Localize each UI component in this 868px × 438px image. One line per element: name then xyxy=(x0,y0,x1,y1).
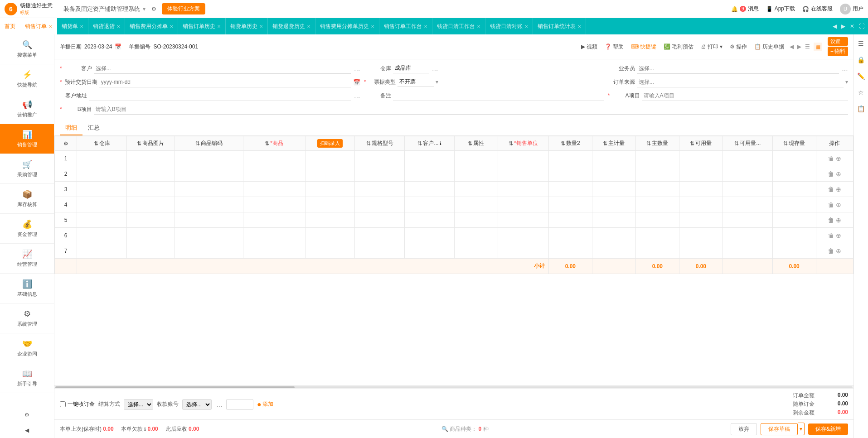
copy-icon[interactable]: ⊕ xyxy=(836,201,841,208)
th-gear[interactable]: ⚙ xyxy=(55,136,77,151)
row-sales-unit-2[interactable] xyxy=(498,166,548,182)
tab-return-history[interactable]: 销货退货历史 ✕ xyxy=(268,18,315,34)
right-panel-lock-icon[interactable]: 🔒 xyxy=(856,54,867,65)
list-view-icon[interactable]: ☰ xyxy=(805,43,810,50)
row-product-1[interactable] xyxy=(243,151,305,166)
scan-btn[interactable]: 扫码录入 xyxy=(317,139,343,148)
delete-icon[interactable]: 🗑 xyxy=(828,170,834,178)
delete-icon[interactable]: 🗑 xyxy=(828,186,834,193)
row-sales-unit-1[interactable] xyxy=(498,151,548,166)
tab-close-icon[interactable]: ✕ xyxy=(116,24,120,29)
grid-view-icon[interactable]: ▦ xyxy=(814,43,822,51)
tab-sales-slip[interactable]: 销货单 ✕ xyxy=(57,18,88,34)
discard-btn[interactable]: 放弃 xyxy=(731,423,757,435)
row-qty2-2[interactable] xyxy=(548,166,592,182)
account-select[interactable]: 选择... xyxy=(182,399,212,410)
address-dots[interactable]: … xyxy=(354,92,360,99)
sidebar-collapse-btn[interactable]: ◀ xyxy=(0,423,54,438)
th-scan[interactable]: 扫码录入 xyxy=(305,136,355,151)
profit-btn[interactable]: 💹 毛利预估 xyxy=(662,42,695,52)
sidebar-item-search[interactable]: 🔍 搜索菜单 xyxy=(0,34,54,64)
row-code-1[interactable] xyxy=(175,151,243,166)
online-service[interactable]: 🎧 在线客服 xyxy=(802,5,833,13)
tab-close-icon[interactable]: ✕ xyxy=(477,24,480,29)
tab-sales-stats[interactable]: 销售订单统计表 ✕ xyxy=(533,18,586,34)
sidebar-item-marketing[interactable]: 📢 营销推广 xyxy=(0,94,54,124)
tab-close-icon[interactable]: ✕ xyxy=(80,24,83,29)
sidebar-item-basic[interactable]: ℹ️ 基础信息 xyxy=(0,274,54,303)
amount-input[interactable]: 0.00 xyxy=(226,399,253,410)
tab-close-icon[interactable]: ✕ xyxy=(577,24,581,29)
sidebar-item-system[interactable]: ⚙ 系统管理 xyxy=(0,303,54,333)
tab-close-icon[interactable]: ✕ xyxy=(524,24,528,29)
tab-close-icon[interactable]: ✕ xyxy=(48,24,52,29)
tab-daily-reconcile[interactable]: 钱货日清对账 ✕ xyxy=(485,18,533,34)
tab-workbench[interactable]: 销售订单工作台 ✕ xyxy=(379,18,432,34)
row-warehouse-1[interactable] xyxy=(77,151,127,166)
settings-icon[interactable]: ⚙ xyxy=(148,4,159,14)
right-panel-edit-icon[interactable]: ✏️ xyxy=(856,71,867,82)
customer-input[interactable] xyxy=(94,63,351,74)
salesperson-dots[interactable]: … xyxy=(842,65,848,72)
calendar-date-icon[interactable]: 📅 xyxy=(353,79,360,86)
notification-area[interactable]: 🔔 9 消息 xyxy=(731,5,759,13)
tab-fee-history[interactable]: 销售费用分摊单历史 ✕ xyxy=(315,18,379,34)
operation-btn[interactable]: ⚙ 操作 xyxy=(728,42,749,52)
invoice-type-value[interactable]: 不开票 xyxy=(398,77,434,87)
tab-detail[interactable]: 明细 xyxy=(60,121,82,135)
tab-maximize[interactable]: ⛶ xyxy=(857,22,866,30)
row-warehouse-2[interactable] xyxy=(77,166,127,182)
row-product-2[interactable] xyxy=(243,166,305,182)
tab-sales-order[interactable]: 销售订单 ✕ xyxy=(20,18,57,34)
add-btn[interactable]: ● 添加 xyxy=(257,400,273,409)
delete-icon[interactable]: 🗑 xyxy=(828,201,834,208)
row-attr-1[interactable] xyxy=(454,151,498,166)
view-btn[interactable]: ▶ 视频 xyxy=(579,42,599,52)
nav-prev-icon[interactable]: ◀ xyxy=(790,43,794,50)
scroll-thumb[interactable] xyxy=(55,386,295,388)
tab-summary[interactable]: 汇总 xyxy=(82,121,105,135)
copy-icon[interactable]: ⊕ xyxy=(836,186,841,193)
sidebar-settings-btn[interactable]: ⚙ xyxy=(0,407,54,423)
shortcut-btn[interactable]: ⌨ 快捷键 xyxy=(629,42,658,52)
warehouse-dots[interactable]: … xyxy=(432,65,438,72)
tab-daily-clear[interactable]: 钱货日清工作台 ✕ xyxy=(432,18,485,34)
right-panel-clip-icon[interactable]: 📋 xyxy=(856,103,867,114)
b-project-input[interactable] xyxy=(94,104,848,115)
tab-sales-order-history[interactable]: 销售订单历史 ✕ xyxy=(178,18,226,34)
customer-dots[interactable]: … xyxy=(354,65,360,72)
sidebar-item-inventory[interactable]: 📦 库存核算 xyxy=(0,184,54,214)
tab-close-icon[interactable]: ✕ xyxy=(170,24,173,29)
horizontal-scrollbar[interactable] xyxy=(54,385,853,389)
row-main-qty-1[interactable] xyxy=(635,151,679,166)
delete-icon[interactable]: 🗑 xyxy=(828,155,834,162)
row-spec-2[interactable] xyxy=(355,166,405,182)
invoice-down-icon[interactable]: ▾ xyxy=(436,79,438,85)
tab-sales-return[interactable]: 销货退货 ✕ xyxy=(88,18,125,34)
tab-close-icon[interactable]: ✕ xyxy=(307,24,310,29)
row-main-qty-2[interactable] xyxy=(635,166,679,182)
tab-close-icon[interactable]: ✕ xyxy=(424,24,427,29)
nav-next-icon[interactable]: ▶ xyxy=(797,43,801,50)
save-new-btn[interactable]: 保存&新增 xyxy=(808,424,848,435)
tab-sales-slip-history[interactable]: 销货单历史 ✕ xyxy=(226,18,268,34)
sidebar-item-finance[interactable]: 💰 资金管理 xyxy=(0,214,54,244)
salesperson-input[interactable] xyxy=(637,63,839,74)
material-side-btn[interactable]: + 物料 xyxy=(828,47,848,56)
tab-home[interactable]: 首页 xyxy=(0,18,20,34)
gear-th-icon[interactable]: ⚙ xyxy=(63,140,68,147)
right-panel-star-icon[interactable]: ☆ xyxy=(856,87,867,98)
sidebar-item-guide[interactable]: 📖 新手引导 xyxy=(0,363,54,393)
delete-icon[interactable]: 🗑 xyxy=(828,232,834,239)
copy-icon[interactable]: ⊕ xyxy=(836,155,841,162)
warehouse-value[interactable]: 成品库 xyxy=(393,63,429,73)
expected-date-input[interactable] xyxy=(99,77,351,87)
account-dots[interactable]: … xyxy=(216,401,223,408)
sidebar-item-operation[interactable]: 📈 经营管理 xyxy=(0,244,54,274)
row-cust-code-1[interactable] xyxy=(405,151,455,166)
row-code-2[interactable] xyxy=(175,166,243,182)
delete-icon[interactable]: 🗑 xyxy=(828,247,834,255)
row-spec-1[interactable] xyxy=(355,151,405,166)
right-panel-list-icon[interactable]: ☰ xyxy=(856,38,867,49)
sidebar-item-sales[interactable]: 📊 销售管理 xyxy=(0,124,54,154)
